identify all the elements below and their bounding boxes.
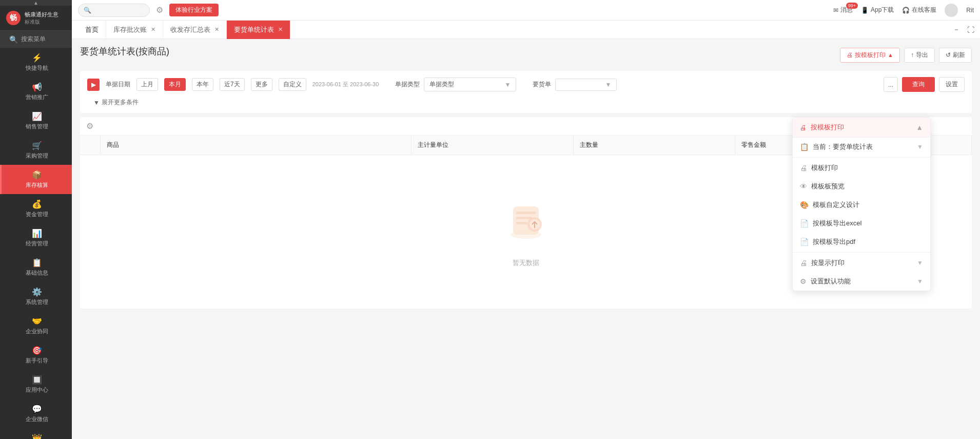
topbar-gear-icon[interactable]: ⚙ — [156, 5, 163, 15]
default-func-left: ⚙ 设置默认功能 — [800, 277, 851, 286]
table-settings-icon[interactable]: ⚙ — [86, 121, 93, 131]
refresh-icon: ↺ — [946, 51, 951, 59]
template-preview-left: 👁 模板板预览 — [800, 182, 845, 191]
sidebar-item-operation[interactable]: 📊 经营管理 — [0, 223, 72, 253]
dropdown-close-icon[interactable]: ▲ — [916, 123, 923, 131]
dropdown-item-template-print[interactable]: 🖨 模板打印 — [793, 159, 930, 177]
action-bar: 🖨 按模板打印 ▲ ↑ 导出 ↺ 刷新 — [840, 48, 972, 63]
sidebar-search[interactable]: 🔍 搜索菜单 — [0, 31, 72, 48]
sidebar-item-apps[interactable]: 🔲 应用中心 — [0, 370, 72, 399]
wechat-icon: 💬 — [32, 404, 42, 414]
display-print-arrow: ▼ — [917, 259, 923, 266]
username-label[interactable]: Rit — [966, 7, 974, 14]
current-template-arrow: ▼ — [917, 143, 923, 150]
date-btn-more[interactable]: 更多 — [251, 78, 272, 91]
window-minimize-icon[interactable]: － — [951, 25, 962, 35]
sales-icon: 📈 — [32, 111, 42, 121]
trial-button[interactable]: 体验行业方案 — [169, 4, 219, 16]
guide-icon: 🎯 — [32, 346, 42, 355]
expand-icon: ▼ — [93, 99, 100, 106]
export-icon: ↑ — [911, 51, 914, 59]
app-download-button[interactable]: 📱 App下载 — [861, 6, 894, 14]
refresh-button[interactable]: ↺ 刷新 — [939, 48, 972, 63]
setting-button[interactable]: 设置 — [939, 77, 965, 92]
marketing-icon: 📢 — [32, 82, 42, 92]
operation-icon: 📊 — [32, 228, 42, 238]
dropdown-item-template-excel[interactable]: 📄 按模板导出excel — [793, 214, 930, 233]
dropdown-header: 🖨 按模板打印 ▲ — [793, 118, 930, 138]
order-type-dropdown-arrow: ▼ — [504, 81, 511, 88]
th-qty: 主数量 — [574, 136, 736, 155]
filter-expand-icon[interactable]: ▶ — [87, 79, 100, 91]
dropdown-print-icon: 🖨 — [800, 124, 807, 131]
sidebar-item-finance[interactable]: 💰 资金管理 — [0, 194, 72, 223]
sidebar-item-marketing[interactable]: 📢 营销推广 — [0, 77, 72, 106]
sidebar-item-sales[interactable]: 📈 销售管理 — [0, 106, 72, 136]
print-button[interactable]: 🖨 按模板打印 ▲ — [840, 48, 900, 63]
filter-row-expand: ▼ 展开更多条件 — [87, 96, 965, 109]
sidebar-item-guide[interactable]: 🎯 新手引导 — [0, 340, 72, 370]
sidebar-item-inventory[interactable]: 📦 库存核算 — [0, 165, 72, 194]
dropdown-item-template-pdf[interactable]: 📄 按模板导出pdf — [793, 233, 930, 251]
query-button[interactable]: 查询 — [902, 77, 935, 92]
user-avatar[interactable] — [945, 4, 958, 17]
current-template-left: 📋 当前：要货单统计表 — [800, 142, 873, 151]
empty-state-icon — [503, 196, 549, 252]
order-goods-select[interactable]: ▼ — [555, 79, 617, 91]
tab-home[interactable]: 首页 — [78, 21, 106, 39]
filter-section: ▶ 单据日期 上月 本月 本年 近7天 更多 自定义 2023-06-01 至 … — [80, 71, 972, 113]
date-btn-this-year[interactable]: 本年 — [192, 78, 213, 91]
sidebar-item-quick-nav[interactable]: ⚡ 快捷导航 — [0, 48, 72, 77]
tab-receipt-summary[interactable]: 收发存汇总表 ✕ — [163, 21, 227, 39]
sidebar-scroll-up[interactable]: ▲ — [0, 0, 72, 6]
main-area: 🔍 ⚙ 体验行业方案 ✉ 消息 99+ 📱 App下载 🎧 在线客服 Rit 首… — [72, 0, 980, 439]
sidebar-item-member[interactable]: 👑 畅会员 — [0, 428, 72, 439]
default-func-icon: ⚙ — [800, 277, 807, 285]
window-maximize-icon[interactable]: ⛶ — [966, 25, 976, 35]
dropdown-item-template-custom[interactable]: 🎨 模板自定义设计 — [793, 196, 930, 214]
sidebar-item-wechat[interactable]: 💬 企业微信 — [0, 399, 72, 428]
more-options-button[interactable]: ... — [884, 77, 898, 92]
sidebar-item-system[interactable]: ⚙️ 系统管理 — [0, 282, 72, 311]
divider-2 — [793, 252, 930, 253]
current-template-icon: 📋 — [800, 143, 809, 151]
tab-receipt-summary-close[interactable]: ✕ — [214, 26, 219, 33]
dropdown-current-template[interactable]: 📋 当前：要货单统计表 ▼ — [793, 138, 930, 156]
order-type-label: 单据类型 — [395, 80, 420, 89]
tab-order-stats[interactable]: 要货单统计表 ✕ — [227, 21, 290, 39]
template-pdf-left: 📄 按模板导出pdf — [800, 237, 855, 246]
dropdown-item-display-print[interactable]: 🖨 按显示打印 ▼ — [793, 254, 930, 272]
export-button[interactable]: ↑ 导出 — [904, 48, 935, 63]
template-custom-left: 🎨 模板自定义设计 — [800, 200, 859, 209]
expand-more-conditions[interactable]: ▼ 展开更多条件 — [87, 96, 145, 109]
display-print-icon: 🖨 — [800, 259, 807, 267]
order-type-select[interactable]: 单据类型 ▼ — [424, 78, 516, 91]
message-button[interactable]: ✉ 消息 99+ — [833, 6, 853, 14]
sidebar-item-collab[interactable]: 🤝 企业协同 — [0, 311, 72, 340]
sidebar-logo: 畅 畅康通好生意 标准版 — [0, 6, 72, 31]
content-inner: 要货单统计表(按商品) 🖨 按模板打印 ▲ ↑ 导出 ↺ 刷新 — [80, 45, 972, 309]
date-filter-label: 单据日期 — [106, 80, 130, 89]
service-icon: 🎧 — [902, 7, 910, 14]
date-btn-this-month[interactable]: 本月 — [164, 78, 186, 91]
empty-text: 暂无数据 — [513, 258, 539, 268]
tab-batch-account[interactable]: 库存批次账 ✕ — [106, 21, 163, 39]
window-controls: － ⛶ — [951, 25, 980, 35]
dropdown-item-template-preview[interactable]: 👁 模板板预览 — [793, 177, 930, 196]
online-service-button[interactable]: 🎧 在线客服 — [902, 6, 936, 14]
date-btn-7days[interactable]: 近7天 — [220, 78, 245, 91]
template-excel-left: 📄 按模板导出excel — [800, 219, 861, 228]
dropdown-item-default-func[interactable]: ⚙ 设置默认功能 ▼ — [793, 272, 930, 291]
date-btn-custom[interactable]: 自定义 — [279, 78, 306, 91]
basic-icon: 📋 — [32, 258, 42, 268]
print-dropdown-menu: 🖨 按模板打印 ▲ 📋 当前：要货单统计表 ▼ 🖨 — [792, 117, 931, 291]
date-btn-last-month[interactable]: 上月 — [136, 78, 158, 91]
display-print-left: 🖨 按显示打印 — [800, 258, 845, 268]
sidebar-item-basic[interactable]: 📋 基础信息 — [0, 253, 72, 282]
tab-order-stats-close[interactable]: ✕ — [278, 26, 283, 33]
tab-batch-account-close[interactable]: ✕ — [151, 26, 155, 33]
sidebar-item-purchase[interactable]: 🛒 采购管理 — [0, 136, 72, 165]
app-logo-icon: 畅 — [6, 11, 21, 25]
topbar-search[interactable]: 🔍 — [78, 4, 150, 17]
th-product: 商品 — [101, 136, 411, 155]
